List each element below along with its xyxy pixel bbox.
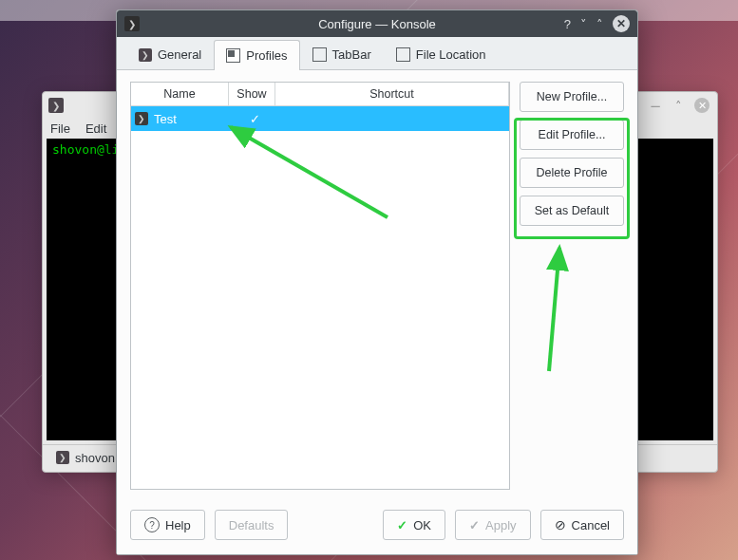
chevron-down-icon[interactable]: ˅ bbox=[580, 17, 587, 31]
dialog-tabs: ❯ General Profiles TabBar File Location bbox=[117, 37, 637, 70]
tab-tabbar-label: TabBar bbox=[332, 47, 371, 62]
close-icon[interactable]: ✕ bbox=[613, 15, 630, 32]
apply-button-label: Apply bbox=[485, 518, 517, 532]
menu-file[interactable]: File bbox=[50, 121, 70, 136]
konsole-app-icon: ❯ bbox=[48, 98, 64, 113]
tab-general-label: General bbox=[158, 47, 201, 62]
header-shortcut[interactable]: Shortcut bbox=[275, 83, 509, 105]
profiles-table: Name Show Shortcut ❯ Test ✓ bbox=[130, 82, 510, 490]
close-icon[interactable]: ✕ bbox=[694, 98, 710, 113]
help-icon[interactable]: ? bbox=[564, 17, 571, 31]
tab-file-location[interactable]: File Location bbox=[384, 39, 499, 69]
dialog-titlebar[interactable]: ❯ Configure — Konsole ? ˅ ˄ ✕ bbox=[117, 10, 637, 37]
konsole-tab-label: shovon bbox=[75, 451, 115, 465]
cancel-button-label: Cancel bbox=[572, 518, 610, 532]
check-icon: ✓ bbox=[469, 518, 480, 532]
new-profile-button[interactable]: New Profile... bbox=[520, 82, 624, 112]
dialog-title: Configure — Konsole bbox=[117, 17, 637, 31]
tabbar-icon bbox=[312, 47, 327, 62]
cancel-icon: ⊘ bbox=[555, 517, 566, 532]
table-header: Name Show Shortcut bbox=[131, 83, 509, 106]
header-show[interactable]: Show bbox=[229, 83, 275, 105]
dialog-app-icon: ❯ bbox=[124, 16, 140, 31]
dialog-button-bar: Help Defaults ✓ OK ✓ Apply ⊘ Cancel bbox=[117, 501, 637, 554]
terminal-icon: ❯ bbox=[56, 451, 69, 464]
set-default-button[interactable]: Set as Default bbox=[520, 196, 624, 226]
general-icon: ❯ bbox=[139, 48, 152, 62]
dialog-body: Name Show Shortcut ❯ Test ✓ New Profile.… bbox=[117, 70, 637, 501]
profile-icon: ❯ bbox=[135, 112, 148, 125]
profile-name: Test bbox=[154, 112, 177, 126]
tab-file-location-label: File Location bbox=[416, 47, 486, 62]
profiles-icon bbox=[226, 48, 240, 63]
ok-button[interactable]: ✓ OK bbox=[383, 510, 445, 540]
edit-profile-button[interactable]: Edit Profile... bbox=[520, 120, 624, 150]
delete-profile-button[interactable]: Delete Profile bbox=[520, 158, 624, 188]
cancel-button[interactable]: ⊘ Cancel bbox=[540, 510, 624, 540]
maximize-icon[interactable]: ˄ bbox=[672, 99, 685, 113]
chevron-up-icon[interactable]: ˄ bbox=[596, 17, 603, 31]
ok-button-label: OK bbox=[413, 518, 431, 532]
help-button[interactable]: Help bbox=[130, 510, 205, 540]
konsole-tab[interactable]: ❯ shovon bbox=[48, 448, 123, 468]
profile-actions: New Profile... Edit Profile... Delete Pr… bbox=[520, 82, 624, 490]
check-icon: ✓ bbox=[397, 518, 407, 532]
defaults-button-label: Defaults bbox=[229, 518, 274, 532]
defaults-button: Defaults bbox=[215, 510, 289, 540]
tab-profiles[interactable]: Profiles bbox=[214, 40, 299, 70]
configure-dialog: ❯ Configure — Konsole ? ˅ ˄ ✕ ❯ General … bbox=[116, 9, 638, 555]
menu-edit[interactable]: Edit bbox=[85, 121, 106, 136]
minimize-icon[interactable]: ─ bbox=[649, 99, 662, 113]
tab-tabbar[interactable]: TabBar bbox=[300, 39, 384, 69]
help-button-label: Help bbox=[165, 518, 191, 532]
header-name[interactable]: Name bbox=[131, 83, 229, 105]
help-icon bbox=[144, 517, 160, 533]
tab-general[interactable]: ❯ General bbox=[126, 39, 214, 69]
file-location-icon bbox=[396, 47, 410, 62]
profile-show[interactable]: ✓ bbox=[232, 112, 277, 126]
apply-button: ✓ Apply bbox=[455, 510, 531, 540]
table-row[interactable]: ❯ Test ✓ bbox=[131, 106, 509, 131]
tab-profiles-label: Profiles bbox=[246, 48, 287, 63]
